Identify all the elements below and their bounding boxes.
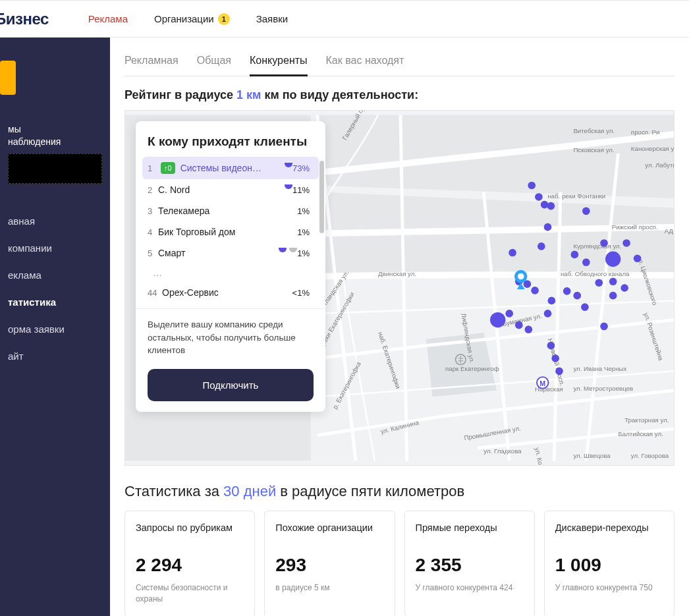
sidebar: мы наблюдения авная компании еклама тати…: [0, 38, 110, 616]
svg-text:Тракторная ул.: Тракторная ул.: [624, 416, 669, 424]
competitor-marker[interactable]: [505, 310, 513, 318]
sidebar-item-statistics[interactable]: татистика: [0, 289, 110, 316]
svg-text:ул. Метростроевцев: ул. Метростроевцев: [573, 385, 633, 392]
competitor-marker[interactable]: [551, 354, 559, 362]
list-item[interactable]: 1 ↑0 Системы видеон… 73%: [142, 157, 319, 179]
panel-note: Выделите вашу компанию среди остальных, …: [136, 308, 325, 365]
svg-text:Балтийская ул.: Балтийская ул.: [618, 431, 663, 438]
list-item[interactable]: 5 Смарт 1%: [142, 242, 319, 264]
map[interactable]: Витебская ул. Псковская ул. просп. Ри Ка…: [124, 110, 675, 466]
list-item[interactable]: 3 Телекамера 1%: [142, 200, 319, 221]
competitor-marker[interactable]: [563, 287, 571, 295]
competitor-marker[interactable]: [620, 284, 628, 292]
card-similar[interactable]: Похожие организации 293 в радиусе 5 км: [264, 511, 395, 616]
tabs: Рекламная Общая Конкуренты Как вас наход…: [124, 49, 675, 76]
competitor-marker[interactable]: [582, 258, 590, 266]
competitor-marker[interactable]: [490, 312, 505, 327]
topnav-org-label: Организации: [154, 13, 214, 24]
sidebar-item-site[interactable]: айт: [0, 343, 110, 370]
topnav-reklama[interactable]: Реклама: [75, 13, 141, 24]
competitor-marker[interactable]: [581, 303, 589, 311]
svg-text:ул. Ивана Черных: ул. Ивана Черных: [573, 365, 626, 372]
svg-text:парк Екатерингоф: парк Екатерингоф: [445, 365, 499, 372]
stats-cards: Запросы по рубрикам 2 294 Системы безопа…: [124, 511, 675, 616]
rank-change-chip: ↑0: [161, 162, 175, 174]
competitor-marker[interactable]: [509, 249, 516, 257]
competitor-marker[interactable]: [582, 208, 590, 215]
competitor-marker[interactable]: [605, 252, 620, 267]
competitor-marker[interactable]: [544, 310, 552, 318]
competitor-marker[interactable]: [547, 342, 555, 350]
scrollbar[interactable]: [319, 161, 324, 233]
svg-text:наб. реки Фонтанки: наб. реки Фонтанки: [548, 192, 606, 200]
competitor-marker[interactable]: [528, 182, 536, 190]
topnav-org[interactable]: Организации 1: [141, 13, 243, 25]
verified-icon: [279, 248, 287, 252]
competitor-marker[interactable]: [600, 322, 608, 330]
competitor-marker[interactable]: [600, 239, 608, 247]
svg-text:Канонерская ул.: Канонерская ул.: [631, 145, 674, 152]
competitor-marker[interactable]: [634, 254, 642, 262]
sidebar-item-company[interactable]: компании: [0, 235, 110, 262]
svg-text:Курляндская ул.: Курляндская ул.: [573, 242, 621, 250]
svg-text:АД: АД: [664, 227, 673, 235]
sidebar-org-name: мы наблюдения: [0, 123, 110, 184]
competitor-marker[interactable]: [571, 251, 579, 259]
list-item[interactable]: 2 C. Nord 11%: [142, 179, 319, 200]
panel-title: К кому приходят клиенты: [136, 130, 325, 157]
competitor-marker[interactable]: [537, 242, 545, 250]
tab-obshchaya[interactable]: Общая: [197, 49, 231, 76]
svg-text:просп. Ри: просп. Ри: [631, 128, 659, 136]
logo: Бизнес: [0, 10, 75, 28]
svg-text:Витебская ул.: Витебская ул.: [573, 127, 615, 134]
metro-narvskaya-icon[interactable]: M: [537, 377, 548, 388]
stats-title: Статистика за 30 дней в радиусе пяти кил…: [124, 483, 675, 500]
competitor-marker[interactable]: [555, 368, 563, 376]
sidebar-org-redacted: [8, 154, 102, 184]
competitor-marker[interactable]: [515, 322, 523, 329]
tab-kak-nakhodyat[interactable]: Как вас находят: [326, 49, 404, 76]
sidebar-item-form[interactable]: орма заявки: [0, 316, 110, 343]
sidebar-item-main[interactable]: авная: [0, 208, 110, 235]
competitor-marker[interactable]: [544, 223, 552, 231]
svg-text:наб. Обводного канала: наб. Обводного канала: [561, 271, 630, 278]
list-item[interactable]: 4 Бик Торговый дом 1%: [142, 221, 319, 242]
sidebar-item-reklama[interactable]: еклама: [0, 262, 110, 289]
competitor-marker[interactable]: [548, 297, 556, 305]
competitor-marker[interactable]: [595, 279, 603, 287]
period-link[interactable]: 30 дней: [223, 483, 276, 499]
card-requests[interactable]: Запросы по рубрикам 2 294 Системы безопа…: [124, 511, 255, 616]
svg-text:ул. Лабути: ул. Лабути: [645, 161, 674, 169]
topnav-zayavki[interactable]: Заявки: [243, 13, 301, 24]
list-ellipsis: …: [142, 264, 319, 282]
svg-text:ул. Говорова: ул. Говорова: [631, 452, 669, 459]
list-item[interactable]: 44 Орех-Сервис <1%: [142, 282, 319, 303]
competitor-marker[interactable]: [547, 202, 555, 210]
radius-link[interactable]: 1 км: [236, 88, 261, 101]
svg-text:Двинская ул.: Двинская ул.: [378, 271, 416, 278]
svg-text:Рижский просп.: Рижский просп.: [612, 223, 658, 231]
rating-title: Рейтинг в радиусе 1 км км по виду деятел…: [124, 88, 675, 102]
competitor-marker[interactable]: [573, 292, 581, 300]
tab-reklamnaya[interactable]: Рекламная: [124, 49, 179, 76]
org-badge: 1: [218, 13, 230, 25]
tab-konkurenty[interactable]: Конкуренты: [250, 49, 308, 76]
verified-icon: [285, 184, 292, 189]
svg-text:ул. Швецова: ул. Швецова: [573, 452, 611, 459]
card-discovery[interactable]: Дискавери-переходы 1 009 У главного конк…: [544, 511, 675, 616]
competitor-marker[interactable]: [531, 287, 539, 294]
competitor-marker[interactable]: [609, 277, 617, 285]
svg-point-39: [518, 273, 524, 280]
badge-icon: [289, 248, 297, 252]
competitor-marker[interactable]: [622, 239, 630, 247]
svg-text:Псковская ул.: Псковская ул.: [573, 146, 614, 154]
top-nav: Бизнес Реклама Организации 1 Заявки: [0, 0, 689, 38]
card-direct[interactable]: Прямые переходы 2 355 У главного конкуре…: [404, 511, 535, 616]
competitor-marker[interactable]: [535, 193, 543, 201]
competitors-list[interactable]: 1 ↑0 Системы видеон… 73% 2 C. Nord 11% 3…: [136, 157, 325, 303]
content: Рекламная Общая Конкуренты Как вас наход…: [110, 38, 689, 616]
competitor-marker[interactable]: [525, 325, 533, 333]
competitor-marker[interactable]: [609, 292, 617, 300]
connect-button[interactable]: Подключить: [148, 369, 314, 401]
competitor-marker[interactable]: [541, 201, 549, 209]
